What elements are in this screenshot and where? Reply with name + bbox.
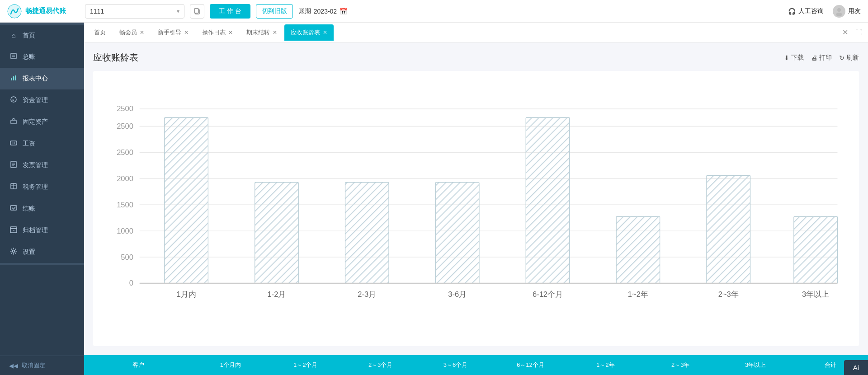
download-icon: ⬇ [784,54,789,61]
period-display: 账期 2023-02 📅 [298,7,347,15]
sidebar-item-label: 发票管理 [23,161,48,169]
content-area: 首页 畅会员 ✕ 新手引导 ✕ 操作日志 ✕ 期末结转 ✕ 应收账龄表 ✕ [84,23,868,375]
tab-member[interactable]: 畅会员 ✕ [113,24,151,41]
finance-svg-icon: ¥ [10,96,17,103]
x-label-3-6month: 3-6月 [448,290,467,299]
sidebar-item-salary[interactable]: 工资 [0,133,84,155]
print-icon: 🖨 [811,54,817,61]
salary-icon [9,139,18,148]
page-content: 应收账龄表 ⬇ 下载 🖨 打印 ↻ 刷新 [84,42,868,355]
company-name: 1111 [90,8,177,15]
sidebar-item-label: 设置 [23,248,35,256]
bar-2-3year [707,175,750,283]
company-selector[interactable]: 1111 ▾ [85,4,184,19]
app-logo: 畅捷通易代账 [7,4,80,19]
reports-icon [9,74,18,83]
workbench-button[interactable]: 工 作 台 [210,4,250,19]
sidebar-item-label: 报表中心 [23,75,48,83]
svg-rect-25 [10,227,17,229]
svg-point-4 [836,13,842,16]
sidebar-item-home[interactable]: ⌂ 首页 [0,25,84,46]
tax-icon [9,183,18,192]
tab-label: 首页 [94,28,106,37]
tab-close-icon[interactable]: ✕ [228,29,233,36]
salary-svg-icon [10,139,17,146]
close-tab-button[interactable]: ✕ [840,26,850,38]
user-avatar-icon [835,7,844,16]
table-header: 客户 1个月内 1～2个月 2～3个月 3～6个月 6～12个月 1～2年 2～… [84,355,868,375]
svg-text:2500: 2500 [117,104,133,113]
download-button[interactable]: ⬇ 下载 [784,54,804,62]
sidebar-item-reports[interactable]: 报表中心 [0,68,84,89]
ai-badge[interactable]: Ai [844,360,868,375]
ai-label: Ai [853,364,859,371]
tab-closing[interactable]: 期末结转 ✕ [240,24,283,41]
sidebar-item-label: 总账 [23,53,35,61]
chart-container: 0 500 1000 1500 2000 2500 [93,71,859,346]
ledger-svg-icon [10,52,17,60]
archive-svg-icon [10,226,17,233]
tabs-actions: ✕ ⛶ [840,26,864,38]
tab-guide[interactable]: 新手引导 ✕ [151,24,195,41]
consult-button[interactable]: 🎧 人工咨询 [788,7,824,15]
svg-rect-10 [15,75,16,80]
tab-label: 期末结转 [246,28,270,37]
tab-close-icon[interactable]: ✕ [273,29,277,36]
sidebar-pin-toggle[interactable]: ◀◀ 取消固定 [0,356,84,375]
sidebar-item-label: 固定资产 [23,118,48,126]
user-menu[interactable]: 用友 [833,5,861,18]
bar-3year-plus [794,216,837,283]
archive-icon [9,226,18,235]
x-label-6-12month: 6-12个月 [533,290,563,299]
svg-text:1500: 1500 [117,201,133,209]
sidebar-item-ledger[interactable]: 总账 [0,46,84,68]
tab-close-icon[interactable]: ✕ [323,29,327,36]
switch-version-button[interactable]: 切到旧版 [256,4,293,19]
tab-close-icon[interactable]: ✕ [184,29,189,36]
tabs-bar: 首页 畅会员 ✕ 新手引导 ✕ 操作日志 ✕ 期末结转 ✕ 应收账龄表 ✕ [84,23,868,42]
sidebar-item-label: 结账 [23,205,35,213]
sidebar-item-tax[interactable]: 税务管理 [0,176,84,198]
bar-2-3month [345,183,389,283]
tab-aging[interactable]: 应收账龄表 ✕ [284,24,334,41]
svg-point-15 [13,142,14,144]
sidebar-item-assets[interactable]: 固定资产 [0,111,84,133]
period-label: 账期 [298,7,311,15]
svg-text:0: 0 [129,279,133,287]
bar-3-6month [435,183,479,283]
tab-label: 应收账龄表 [291,28,320,37]
bar-6-12month [526,117,569,283]
sidebar-item-finance[interactable]: ¥ 资金管理 [0,89,84,111]
maximize-tab-button[interactable]: ⛶ [854,27,864,38]
page-title: 应收账龄表 [93,52,138,64]
tab-home[interactable]: 首页 [88,24,112,41]
sidebar-item-closing[interactable]: 结账 [0,198,84,220]
sidebar: ⌂ 首页 总账 报表中心 [0,23,84,375]
refresh-button[interactable]: ↻ 刷新 [839,54,859,62]
ledger-icon [9,52,18,61]
sidebar-item-archive[interactable]: 归档管理 [0,220,84,241]
tab-close-icon[interactable]: ✕ [140,29,144,36]
x-label-3year-plus: 3年以上 [802,290,829,299]
copy-button[interactable] [190,4,204,19]
sidebar-item-label: 资金管理 [23,96,48,104]
tab-log[interactable]: 操作日志 ✕ [196,24,239,41]
x-label-1-2year: 1~2年 [628,290,648,299]
svg-text:500: 500 [121,253,133,262]
svg-rect-5 [11,53,16,59]
main-layout: ⌂ 首页 总账 报表中心 [0,23,868,375]
sidebar-item-label: 首页 [23,32,35,40]
logo-text: 畅捷通易代账 [25,7,66,15]
download-label: 下载 [791,54,804,62]
print-button[interactable]: 🖨 打印 [811,54,832,62]
logo-icon [7,4,22,19]
refresh-icon: ↻ [839,54,844,61]
sidebar-item-settings[interactable]: 设置 [0,241,84,263]
svg-point-3 [837,8,841,12]
reports-svg-icon [10,74,17,81]
calendar-icon[interactable]: 📅 [340,8,347,15]
sidebar-item-invoice[interactable]: 发票管理 [0,155,84,176]
page-header: 应收账龄表 ⬇ 下载 🖨 打印 ↻ 刷新 [93,52,859,64]
col-1month: 1个月内 [193,361,268,369]
col-1-2month: 1～2个月 [268,361,343,369]
